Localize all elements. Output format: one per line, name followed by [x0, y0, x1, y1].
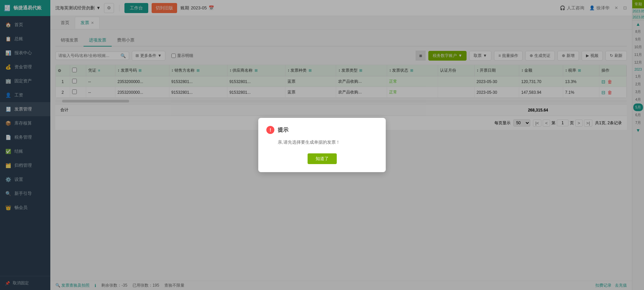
dialog-confirm-btn[interactable]: 知道了 — [308, 153, 337, 164]
dialog-body: 亲,请先选择要生成单据的发票！ — [266, 139, 378, 145]
dialog-footer: 知道了 — [266, 153, 378, 164]
dialog-overlay[interactable]: ! 提示 亲,请先选择要生成单据的发票！ 知道了 — [0, 0, 644, 290]
dialog-warning-icon: ! — [266, 126, 274, 134]
dialog-title: 提示 — [278, 127, 288, 134]
dialog: ! 提示 亲,请先选择要生成单据的发票！ 知道了 — [258, 118, 386, 172]
dialog-header: ! 提示 — [266, 126, 378, 134]
